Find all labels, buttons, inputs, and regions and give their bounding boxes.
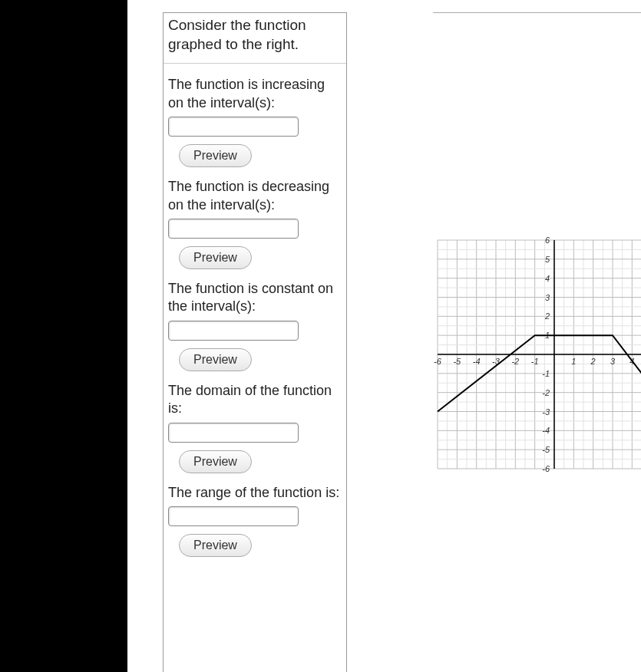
constant-input[interactable] (168, 321, 299, 341)
range-preview-button[interactable]: Preview (179, 534, 252, 557)
svg-text:-6: -6 (434, 357, 442, 366)
question-constant: The function is constant on the interval… (164, 280, 346, 382)
domain-input[interactable] (168, 423, 299, 443)
function-graph: -6-5-4-3-2-1123456-6-5-4-3-2-1123456 (433, 236, 641, 473)
svg-text:-2: -2 (542, 388, 550, 397)
intro-block: Consider the function graphed to the rig… (164, 13, 346, 64)
range-label: The range of the function is: (168, 484, 342, 502)
svg-text:-1: -1 (531, 357, 539, 366)
svg-text:-2: -2 (511, 357, 519, 366)
svg-text:-6: -6 (542, 464, 550, 473)
question-decreasing: The function is decreasing on the interv… (164, 178, 346, 280)
svg-text:4: 4 (545, 274, 550, 283)
svg-text:6: 6 (545, 236, 550, 245)
intro-text: Consider the function graphed to the rig… (168, 16, 340, 54)
question-domain: The domain of the function is: Preview (164, 382, 346, 484)
increasing-preview-button[interactable]: Preview (179, 144, 252, 167)
decreasing-input[interactable] (168, 219, 299, 239)
range-input[interactable] (168, 506, 299, 526)
question-increasing: The function is increasing on the interv… (164, 76, 346, 178)
svg-text:2: 2 (544, 311, 550, 321)
svg-text:3: 3 (545, 293, 550, 302)
svg-text:-4: -4 (473, 357, 481, 366)
svg-text:-3: -3 (492, 357, 501, 366)
svg-text:1: 1 (571, 357, 576, 366)
svg-text:-5: -5 (542, 445, 550, 454)
constant-label: The function is constant on the interval… (168, 280, 342, 316)
svg-text:-3: -3 (542, 407, 550, 417)
svg-text:2: 2 (590, 357, 596, 366)
decreasing-label: The function is decreasing on the interv… (168, 178, 342, 214)
svg-text:3: 3 (610, 357, 616, 366)
svg-text:5: 5 (545, 255, 550, 264)
svg-text:-4: -4 (542, 426, 550, 435)
graph-area: -6-5-4-3-2-1123456-6-5-4-3-2-1123456 (433, 12, 641, 480)
domain-preview-button[interactable]: Preview (179, 450, 252, 473)
decreasing-preview-button[interactable]: Preview (179, 246, 252, 269)
page-container: Consider the function graphed to the rig… (127, 0, 641, 672)
increasing-input[interactable] (168, 117, 299, 137)
svg-text:-1: -1 (542, 369, 550, 378)
question-range: The range of the function is: Preview (164, 484, 346, 568)
svg-text:-5: -5 (453, 357, 461, 366)
domain-label: The domain of the function is: (168, 382, 342, 418)
question-panel: Consider the function graphed to the rig… (163, 12, 347, 672)
increasing-label: The function is increasing on the interv… (168, 76, 342, 112)
constant-preview-button[interactable]: Preview (179, 348, 252, 371)
